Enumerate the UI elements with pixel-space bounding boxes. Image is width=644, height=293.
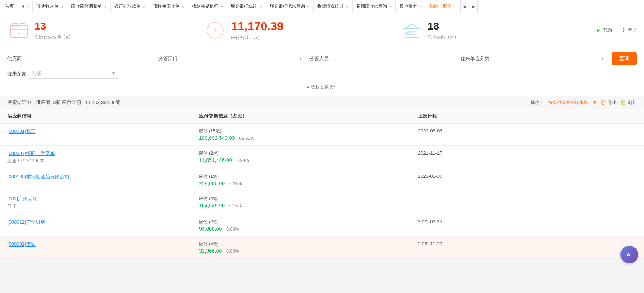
supplier-link-3[interactable]: [000100]本特勤油品有限公司	[7, 174, 69, 179]
nav-tab-supplier-ledger[interactable]: 供应商账本 ×	[426, 0, 460, 13]
supplier-link-6[interactable]: [000002]李四	[7, 241, 36, 247]
nav-tab-home[interactable]: 首页	[1, 0, 18, 13]
col-tx-info: 应付交易信息（占比）	[199, 113, 418, 120]
balance-placeholder: 选择...	[32, 70, 111, 77]
tx-amount-3[interactable]: 258,000.00	[199, 180, 225, 186]
nav-tab-collection[interactable]: 收款核销执行 ×	[188, 0, 227, 13]
nav-tab-other-income-label: 其他收入单	[36, 3, 59, 10]
supplier-table: 供应商信息 应付交易信息（占比） 上次付数 [000001]张三 应付 (15笔…	[0, 109, 644, 259]
summary-card-amount: ¥ 11,170.39 应付合计（万）	[196, 13, 393, 47]
svg-text:¥: ¥	[213, 27, 217, 33]
tx-percent-5: 0.08%	[226, 227, 239, 232]
last-pay-2: 2021-11-17	[418, 150, 442, 156]
nav-tab-advance[interactable]: 预收冲应收单 ×	[149, 0, 188, 13]
person-input[interactable]	[332, 54, 456, 63]
supplier-cell-4: [001]广州荣轩 仔仔	[7, 196, 199, 210]
supplier-icon: ¥	[9, 20, 29, 40]
tx-cell-3: 应付 (1笔) 258,000.00 0.23%	[199, 173, 418, 186]
tx-percent-6: 0.03%	[226, 249, 239, 254]
last-pay-3: 2023-01-30	[418, 173, 442, 179]
last-pay-cell-2: 2021-11-17	[418, 150, 637, 156]
balance-select[interactable]: 选择... ▼	[29, 69, 118, 79]
close-icon[interactable]: ×	[389, 4, 392, 9]
table-row: [001]广州荣轩 仔仔 应付 (4笔) 164,635.90 0.15%	[0, 191, 644, 214]
balance-label: 往来余额	[7, 70, 27, 77]
summary-bar: ¥ 13 总应付供应商（家） ¥ 11,170.39 应付合计（万） 18 总供…	[0, 13, 644, 47]
nav-tab-collection-stat[interactable]: 收款情况统计 ×	[314, 0, 352, 13]
close-icon[interactable]: ×	[143, 4, 145, 9]
card3-number: 18	[428, 20, 459, 32]
refresh-action[interactable]: ↻ 刷新	[621, 100, 637, 106]
tx-amount-2[interactable]: 11,051,486.00	[199, 157, 232, 163]
tx-label-3: 应付 (1笔)	[199, 173, 418, 180]
last-pay-6: 2020-11-20	[418, 241, 442, 247]
supplier-link-2[interactable]: [000007]恒旺二手叉车	[7, 151, 55, 156]
tx-label-6: 应付 (5笔)	[199, 241, 418, 247]
chevron-up-icon: ∧	[307, 85, 309, 89]
tx-percent-1: 89.61%	[239, 136, 254, 141]
nav-tab-overdue[interactable]: 超期应收款查询 ×	[353, 0, 396, 13]
query-button[interactable]: 查询	[612, 52, 637, 65]
nav-tab-overdue-label: 超期应收款查询	[356, 3, 387, 10]
nav-tab-customer-ledger-label: 客户账本	[399, 3, 417, 10]
close-icon[interactable]: ×	[104, 4, 106, 9]
table-row: [000100]本特勤油品有限公司 应付 (1笔) 258,000.00 0.2…	[0, 169, 644, 191]
nav-tab-other-income[interactable]: 其他收入单 ×	[33, 0, 67, 13]
supplier-link-5[interactable]: [000012]广州贝瑞	[7, 219, 45, 225]
tx-percent-2: 9.89%	[237, 158, 249, 163]
filter-row-1: 供应商 分管部门 ▼ 分管人员 往来单位分类 ▼ 查询	[7, 52, 637, 65]
ai-btn-label: Ai	[627, 252, 632, 258]
close-icon[interactable]: ×	[27, 4, 29, 9]
supplier-link-1[interactable]: [000001]张三	[7, 128, 36, 134]
top-nav: 首页 3 × 其他收入单 × 应收应付调整单 × 银行存取款单 × 预收冲应收单…	[0, 0, 644, 13]
tx-amount-4[interactable]: 164,635.90	[199, 203, 225, 208]
filter-person: 分管人员	[309, 54, 456, 63]
card3-content: 18 总供应商（家）	[428, 20, 459, 40]
supplier-cell-1: [000001]张三	[7, 128, 199, 135]
close-icon[interactable]: ×	[346, 4, 348, 9]
tx-amount-6[interactable]: 32,366.00	[199, 248, 222, 254]
close-icon[interactable]: ×	[259, 4, 262, 9]
sort-value[interactable]: 按应付余额倒序排序	[548, 100, 588, 106]
separator: ｜	[615, 27, 619, 33]
category-label: 往来单位分类	[461, 55, 489, 62]
supplier-link-4[interactable]: [001]广州荣轩	[7, 196, 37, 201]
amount-icon: ¥	[205, 20, 225, 40]
nav-tab-cash-flow[interactable]: 现金银行流水查询 ×	[266, 0, 314, 13]
nav-tab-bank-deposit[interactable]: 银行存取款单 ×	[111, 0, 149, 13]
close-icon[interactable]: ×	[221, 4, 223, 9]
tx-cell-2: 应付 (2笔) 11,051,486.00 9.89%	[199, 150, 418, 163]
nav-tab-customer-ledger[interactable]: 客户账本 ×	[396, 0, 426, 13]
nav-tab-advance-label: 预收冲应收单	[153, 3, 179, 10]
category-select[interactable]: ▼	[492, 55, 607, 63]
supplier-cell-2: [000007]恒旺二手叉车 王通 17106110000	[7, 150, 199, 164]
help-link[interactable]: 帮助	[628, 27, 637, 33]
close-icon[interactable]: ×	[182, 4, 184, 9]
supplier-input[interactable]	[25, 54, 154, 63]
video-link[interactable]: 视频	[603, 27, 612, 33]
supplier-label: 供应商	[7, 55, 22, 62]
tx-amount-1[interactable]: 100,092,540.00	[199, 135, 235, 141]
dept-select[interactable]: ▼	[181, 55, 305, 63]
tx-label-5: 应付 (2笔)	[199, 219, 418, 225]
close-icon[interactable]: ×	[61, 4, 63, 9]
collapse-label: 收起更多条件	[311, 84, 337, 90]
table-row: [000012]广州贝瑞 应付 (2笔) 94,600.00 0.08% 202…	[0, 214, 644, 237]
filter-supplier: 供应商	[7, 54, 154, 63]
nav-prev-arrow[interactable]: ◀	[460, 0, 469, 13]
nav-next-arrow[interactable]: ▶	[469, 0, 478, 13]
tx-amount-5[interactable]: 94,600.00	[199, 226, 222, 232]
collapse-button[interactable]: ∧ 收起更多条件	[7, 82, 637, 93]
nav-tab-3[interactable]: 3 ×	[18, 0, 33, 13]
tx-cell-6: 应付 (5笔) 32,366.00 0.03%	[199, 241, 418, 254]
close-icon[interactable]: ×	[419, 4, 421, 9]
close-icon[interactable]: ×	[307, 4, 309, 9]
tx-label-4: 应付 (4笔)	[199, 196, 418, 202]
export-action[interactable]: ↑ 导出	[601, 100, 617, 106]
close-icon[interactable]: ×	[454, 4, 456, 8]
nav-tab-ap-adjust[interactable]: 应收应付调整单 ×	[67, 0, 111, 13]
chevron-down-icon: ▼	[298, 56, 303, 61]
export-icon: ↑	[601, 100, 606, 105]
last-pay-cell-6: 2020-11-20	[418, 241, 637, 247]
nav-tab-cash-stat[interactable]: 现金银行统计 ×	[227, 0, 266, 13]
